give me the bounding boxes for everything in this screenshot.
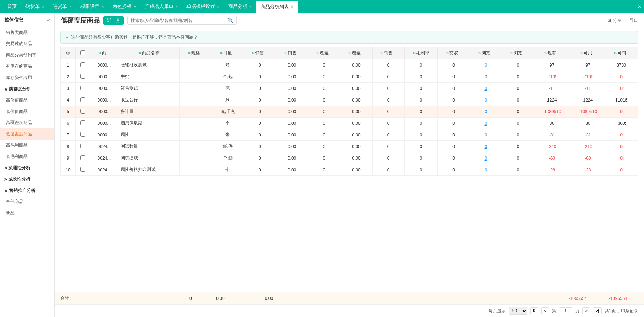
nav-purchase-order[interactable]: 进货单 × <box>48 0 76 13</box>
row-checkbox[interactable] <box>75 59 90 71</box>
prev-page-button[interactable]: < <box>541 307 549 314</box>
th-code[interactable]: ⇅商... <box>90 47 118 59</box>
row-browse1[interactable]: 0 <box>470 118 502 129</box>
sidebar-item-all-goods[interactable]: 全部商品 <box>0 196 54 207</box>
time-filter-button[interactable]: 近一月 <box>103 16 124 25</box>
row-checkbox[interactable] <box>75 141 90 152</box>
close-icon[interactable]: × <box>217 4 219 9</box>
row-browse1[interactable]: 0 <box>470 106 502 118</box>
row-browse1[interactable]: 0 <box>470 71 502 83</box>
sidebar-item-low-value[interactable]: 低价值商品 <box>0 106 54 117</box>
sidebar-item-stocked-goods[interactable]: 有库存的商品 <box>0 61 54 72</box>
row-select-checkbox[interactable] <box>80 120 85 125</box>
nav-home[interactable]: 首页 <box>3 0 21 13</box>
nav-product-analysis[interactable]: 商品分析 × <box>224 0 256 13</box>
close-icon[interactable]: × <box>291 5 293 9</box>
row-browse1[interactable]: 0 <box>470 94 502 106</box>
row-select-checkbox[interactable] <box>80 62 85 67</box>
th-sales3[interactable]: ⇅销售... <box>372 47 404 59</box>
select-all-checkbox[interactable] <box>80 50 85 55</box>
share-button[interactable]: ⊡ 分享 <box>608 17 621 24</box>
th-current-stock[interactable]: ⇅现有... <box>534 47 570 59</box>
row-browse1[interactable]: 0 <box>470 152 502 164</box>
close-icon[interactable]: × <box>42 4 44 9</box>
nav-template-settings[interactable]: 单据模板设置 × <box>182 0 224 13</box>
th-cover2[interactable]: ⇅覆盖... <box>340 47 372 59</box>
th-browse2[interactable]: ⇅浏览... <box>502 47 534 59</box>
nav-product-inbound[interactable]: 产成品入库单 × <box>141 0 182 13</box>
close-icon[interactable]: × <box>102 4 104 9</box>
sidebar-section-growth[interactable]: > 成长性分析 <box>0 174 54 185</box>
sidebar-section-circulation[interactable]: > 流通性分析 <box>0 162 54 174</box>
row-checkbox[interactable] <box>75 129 90 141</box>
sidebar-item-high-value[interactable]: 高价值商品 <box>0 95 54 106</box>
nav-role-auth[interactable]: 角色授权 × <box>108 0 140 13</box>
row-transaction: 0 <box>438 71 470 83</box>
sidebar-item-new-goods[interactable]: 新品 <box>0 207 54 219</box>
sidebar-section-marketing[interactable]: ∨ 营销推广分析 <box>0 185 54 196</box>
nav-sales-order[interactable]: 销货单 × <box>21 0 48 13</box>
row-select-checkbox[interactable] <box>80 109 85 114</box>
row-browse1[interactable]: 0 <box>470 141 502 152</box>
sidebar-item-category-rate[interactable]: 商品分类动销率 <box>0 49 54 61</box>
row-browse1[interactable]: 0 <box>470 59 502 71</box>
row-sales3: 0 <box>372 59 404 71</box>
row-browse1[interactable]: 0 <box>470 129 502 141</box>
page-size-select[interactable]: 50 10 20 100 <box>509 307 527 315</box>
th-gross-margin[interactable]: ⇅毛利率 <box>404 47 437 59</box>
row-checkbox[interactable] <box>75 71 90 83</box>
row-checkbox[interactable] <box>75 94 90 106</box>
row-checkbox[interactable] <box>75 118 90 129</box>
close-icon[interactable]: × <box>134 4 136 9</box>
next-page-button[interactable]: > <box>582 307 590 314</box>
sidebar-item-low-coverage[interactable]: 低覆盖度商品 <box>0 128 54 140</box>
th-transaction[interactable]: ⇅交易... <box>438 47 470 59</box>
page-number-input[interactable] <box>559 307 572 314</box>
row-select-checkbox[interactable] <box>80 132 85 137</box>
row-select-checkbox[interactable] <box>80 167 85 172</box>
th-cover1[interactable]: ⇅覆盖... <box>308 47 340 59</box>
settings-header[interactable]: ⚙ <box>61 47 76 59</box>
close-icon[interactable]: × <box>69 4 71 9</box>
sidebar-item-high-coverage[interactable]: 高覆盖度商品 <box>0 117 54 128</box>
close-window-button[interactable]: × <box>638 3 641 10</box>
export-button[interactable]: ↑ 导出 <box>626 17 638 24</box>
row-checkbox[interactable] <box>75 152 90 164</box>
th-spec[interactable]: ⇅规格... <box>180 47 212 59</box>
sidebar-item-sales-goods[interactable]: 销售类商品 <box>0 27 54 38</box>
row-select-checkbox[interactable] <box>80 74 85 79</box>
close-icon[interactable]: × <box>176 4 178 9</box>
row-checkbox[interactable] <box>75 106 90 118</box>
row-select-checkbox[interactable] <box>80 86 85 90</box>
th-browse1[interactable]: ⇅浏览... <box>470 47 502 59</box>
nav-product-analysis-list[interactable]: 商品分析列表 × <box>256 0 298 13</box>
th-sales-amt[interactable]: ⇅销售... <box>276 47 308 59</box>
first-page-button[interactable]: K <box>530 307 538 314</box>
row-select-checkbox[interactable] <box>80 155 85 160</box>
row-select-checkbox[interactable] <box>80 144 85 148</box>
th-sales-qty[interactable]: ⇅销售... <box>244 47 276 59</box>
th-saleable[interactable]: ⇅可销... <box>606 47 638 59</box>
row-browse1[interactable]: 0 <box>470 83 502 94</box>
th-available[interactable]: ⇅可用... <box>570 47 606 59</box>
checkbox-header[interactable] <box>75 47 90 59</box>
settings-icon[interactable]: ⚙ <box>66 51 70 56</box>
sidebar-item-high-margin[interactable]: 高毛利商品 <box>0 140 54 151</box>
close-icon[interactable]: × <box>250 4 252 9</box>
row-checkbox[interactable] <box>75 83 90 94</box>
th-unit[interactable]: ⇅计量... <box>212 47 244 59</box>
sidebar-item-low-margin[interactable]: 低毛利商品 <box>0 151 54 162</box>
sidebar-collapse-button[interactable]: « <box>47 17 50 23</box>
search-input[interactable] <box>131 18 227 23</box>
row-checkbox[interactable] <box>75 164 90 176</box>
sidebar-header[interactable]: 整体信息 « <box>0 13 54 27</box>
nav-permission[interactable]: 权限设置 × <box>76 0 108 13</box>
row-select-checkbox[interactable] <box>80 97 85 102</box>
search-icon[interactable]: 🔍 <box>227 17 233 23</box>
sidebar-section-category[interactable]: ∨ 类群度分析 <box>0 83 54 95</box>
row-browse1[interactable]: 0 <box>470 164 502 176</box>
sidebar-item-traded-goods[interactable]: 交易过的商品 <box>0 38 54 49</box>
last-page-button[interactable]: >| <box>593 307 602 314</box>
th-name[interactable]: ⇅商品名称 <box>118 47 180 59</box>
sidebar-item-stock-capital[interactable]: 库存资金占用 <box>0 72 54 83</box>
